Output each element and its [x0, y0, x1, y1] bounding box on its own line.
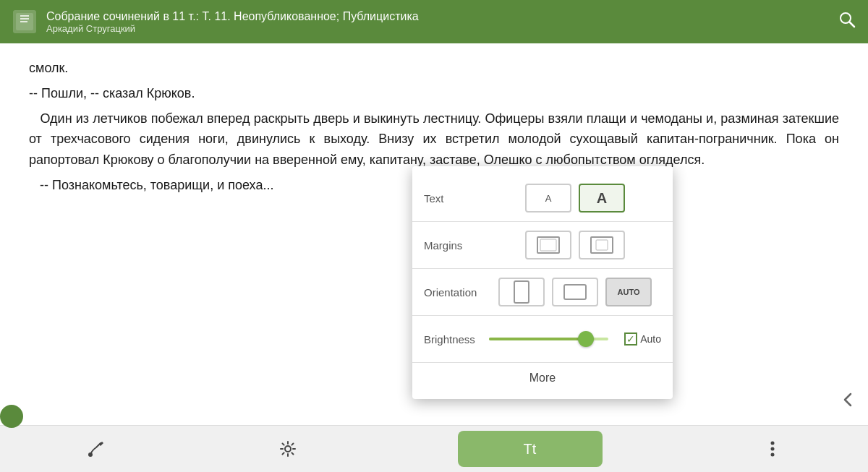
bottom-bar: Tt [0, 425, 868, 472]
brightness-thumb[interactable] [578, 331, 594, 347]
settings-button[interactable] [266, 431, 310, 467]
progress-indicator[interactable] [0, 405, 23, 428]
text-line-2: -- Пошли, -- сказал Крюков. [29, 83, 839, 104]
auto-checkbox[interactable]: ✓ [624, 332, 637, 346]
text-small-label: A [545, 193, 552, 204]
header-text-container: Собрание сочинений в 11 т.: Т. 11. Неопу… [46, 9, 838, 34]
brightness-controls: ✓ Auto [489, 332, 661, 346]
settings-popup: Text A A Margins [412, 166, 673, 399]
auto-orientation-button[interactable]: AUTO [605, 278, 652, 306]
divider-3 [412, 315, 673, 316]
svg-point-7 [88, 452, 93, 457]
svg-rect-15 [596, 240, 608, 250]
margin-narrow-button[interactable] [525, 231, 571, 259]
book-icon [12, 9, 38, 35]
text-settings-row: Text A A [412, 178, 673, 218]
divider-2 [412, 268, 673, 269]
svg-line-6 [850, 22, 855, 27]
checkmark-icon: ✓ [626, 333, 635, 345]
book-title: Собрание сочинений в 11 т.: Т. 11. Неопу… [46, 9, 838, 23]
svg-rect-14 [591, 237, 613, 253]
text-options: A A [489, 184, 661, 213]
svg-point-8 [285, 446, 291, 452]
margins-options [489, 231, 661, 259]
brush-tool-button[interactable] [75, 431, 118, 467]
text-small-button[interactable]: A [525, 184, 571, 213]
brightness-settings-row: Brightness ✓ Auto [412, 319, 673, 359]
header: Собрание сочинений в 11 т.: Т. 11. Неопу… [0, 0, 868, 43]
auto-brightness-label: Auto [640, 333, 661, 345]
svg-point-10 [770, 447, 774, 451]
auto-label: AUTO [618, 288, 640, 296]
margin-wide-button[interactable] [579, 231, 625, 259]
svg-rect-17 [564, 285, 586, 299]
search-icon[interactable] [838, 10, 856, 33]
text-large-label: A [597, 190, 607, 207]
more-button[interactable]: More [412, 362, 673, 393]
svg-rect-13 [540, 239, 556, 251]
more-menu-button[interactable] [751, 431, 794, 467]
text-line-1: смолк. [29, 58, 839, 79]
landscape-button[interactable] [552, 278, 598, 306]
svg-rect-16 [514, 281, 529, 303]
margins-label: Margins [424, 239, 489, 252]
margins-settings-row: Margins [412, 225, 673, 265]
back-icon[interactable] [836, 390, 856, 414]
font-button[interactable]: Tt [458, 431, 603, 467]
book-author: Аркадий Стругацкий [46, 23, 838, 34]
text-large-button[interactable]: A [579, 184, 625, 213]
divider-1 [412, 221, 673, 222]
orientation-settings-row: Orientation AUTO [412, 272, 673, 312]
orientation-label: Orientation [424, 286, 489, 299]
portrait-button[interactable] [498, 278, 545, 306]
brightness-label: Brightness [424, 333, 489, 346]
auto-brightness-check[interactable]: ✓ Auto [624, 332, 661, 346]
font-button-label: Tt [524, 441, 537, 458]
brightness-slider[interactable] [489, 338, 608, 340]
svg-point-11 [770, 453, 774, 457]
orientation-options: AUTO [489, 278, 661, 306]
svg-point-9 [770, 442, 774, 445]
text-line-3: Один из летчиков побежал вперед раскрыть… [29, 108, 839, 171]
text-label: Text [424, 192, 489, 205]
